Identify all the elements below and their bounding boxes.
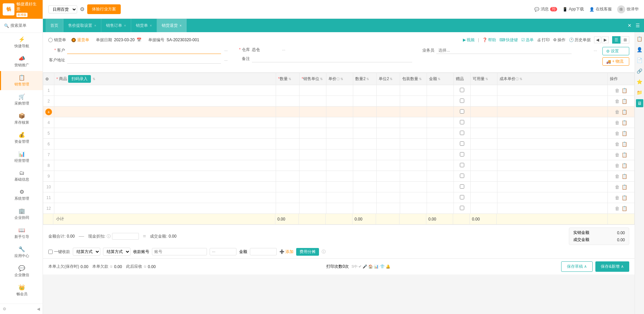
unit-sort-icon[interactable]: ⇅ [320,77,323,81]
sidebar-item-marketing[interactable]: 📣 营销推广 [0,52,43,71]
warehouse-dots[interactable]: ··· [282,48,285,52]
radio-return[interactable] [71,38,76,42]
copy-row-5[interactable]: 📋 [622,131,627,136]
discount-input[interactable] [112,233,139,240]
search-menu-button[interactable]: 🔍 搜索菜单 [3,21,40,30]
experience-btn[interactable]: 体验行业方案 [87,4,121,14]
rp-icon1[interactable]: 📋 [635,35,644,43]
print-link[interactable]: 🖨 打印 [537,37,550,43]
customer-dots[interactable]: ··· [224,48,228,53]
calendar-icon[interactable]: 📅 [137,38,142,42]
message-btn[interactable]: 💬 消息 70 [534,6,557,12]
sidebar-item-appstore[interactable]: 🔧 应用中心 [0,243,43,262]
sidebar-item-enterprise[interactable]: 🏢 企业协同 [0,204,43,224]
qty-sort-icon[interactable]: ⇅ [288,77,291,81]
sidebar-item-quick-nav[interactable]: ⚡ 快捷导航 [0,33,43,52]
account-input[interactable] [152,248,207,255]
gift-checkbox-7[interactable] [460,152,464,156]
sidebar-item-purchase[interactable]: 🛒 采购管理 [0,90,43,109]
fee-btn[interactable]: 费用分摊 [296,248,319,256]
topbar-settings-icon[interactable]: ⚙ [80,6,85,12]
copy-row-4[interactable]: 📋 [622,120,627,125]
discount-help-icon[interactable]: ⓘ [107,234,111,239]
gift-checkbox-2[interactable] [460,99,464,103]
copy-row-12[interactable]: 📋 [622,206,627,211]
sidebar-item-basics[interactable]: 🗂 基础信息 [0,167,43,185]
save-new-btn[interactable]: 保存&新增 ∧ [595,261,629,272]
tab-delivery[interactable]: 销货单 × [131,19,157,32]
settings-col-icon[interactable]: ⚙ [45,77,49,81]
gift-checkbox-6[interactable] [460,141,464,146]
tab-price-setup[interactable]: 售价提取设置 × [63,19,101,32]
delete-row-7[interactable]: 🗑 [615,152,620,158]
copy-row-9[interactable]: 📋 [622,174,627,179]
payment-checkbox[interactable] [48,250,53,254]
video-link[interactable]: ▶ 视频 [463,37,475,43]
delete-row-4[interactable]: 🗑 [615,120,620,125]
product-cell-3[interactable] [54,107,276,117]
tab-sales-order[interactable]: 销售订单 × [101,19,131,32]
payment-checkbox-label[interactable]: 一键收款 [48,249,70,255]
copy-row-2[interactable]: 📋 [622,99,627,104]
nav-prev-btn[interactable]: ◀ [594,37,601,43]
cost-sort-icon[interactable]: ⇅ [520,77,522,81]
gift-checkbox-4[interactable] [460,120,464,124]
copy-row-3[interactable]: 📋 [622,109,627,115]
delete-row-12[interactable]: 🗑 [615,206,620,211]
select-link[interactable]: ☑ 选单 [521,37,534,43]
sidebar-item-sales[interactable]: 📋 销售管理 [0,71,43,90]
salesperson-input[interactable] [436,47,572,54]
qty2-sort-icon[interactable]: ⇅ [366,77,369,81]
gift-checkbox-8[interactable] [460,163,464,167]
settlement-select[interactable]: 结算方式 [73,248,100,256]
copy-row-8[interactable]: 📋 [622,163,627,168]
save-draft-btn[interactable]: 保存草稿 ∧ [561,261,593,272]
delete-row-2[interactable]: 🗑 [615,99,620,104]
rp-icon3[interactable]: 📄 [635,56,644,64]
rp-icon7[interactable]: 🖥 [636,99,643,107]
sidebar-item-system[interactable]: ⚙ 系统管理 [0,185,43,204]
gift-checkbox-9[interactable] [460,174,464,178]
sidebar-collapse-icon[interactable]: ◀ [37,307,40,311]
nav-next-btn[interactable]: ▶ [602,37,609,43]
copy-row-7[interactable]: 📋 [622,152,627,158]
tabs-menu-btn[interactable]: ☰ [634,22,641,29]
delete-row-8[interactable]: 🗑 [615,163,620,168]
delete-row-9[interactable]: 🗑 [615,174,620,179]
unit2-sort-icon[interactable]: ⇅ [390,77,392,81]
copy-row-11[interactable]: 📋 [622,195,627,200]
copy-row-6[interactable]: 📋 [622,141,627,147]
sidebar-item-finance[interactable]: 💰 资金管理 [0,128,43,147]
pkg-sort-icon[interactable]: ⇅ [419,77,422,81]
delete-row-5[interactable]: 🗑 [615,131,620,136]
view-list-btn[interactable]: ☰ [612,36,621,44]
salesperson-dots[interactable]: ··· [594,48,597,53]
delete-row-10[interactable]: 🗑 [615,184,620,190]
radio-return-label[interactable]: 退货单 [71,37,89,43]
logistics-btn[interactable]: 🚚 + 物流 [602,57,629,66]
tab-home[interactable]: 首页 [46,19,63,32]
shortcut-link[interactable]: ⌨ 快捷键 [499,37,518,43]
radio-sales-label[interactable]: 销货单 [48,37,66,43]
help-link[interactable]: ❓ 帮助 [482,37,496,43]
delete-row-1[interactable]: 🗑 [615,88,620,93]
delete-row-11[interactable]: 🗑 [615,195,620,200]
tab-delivery-close[interactable]: × [150,24,152,27]
remark-input[interactable] [252,55,413,62]
copy-row-1[interactable]: 📋 [622,88,627,93]
sidebar-item-inventory[interactable]: 📦 库存核算 [0,109,43,128]
gift-checkbox-3[interactable] [460,109,464,114]
sidebar-item-operation[interactable]: 📊 经营管理 [0,147,43,167]
calc-method-select[interactable]: 结算方式 [103,248,130,256]
app-download-btn[interactable]: 📱 App下载 [562,6,584,12]
rp-icon2[interactable]: 👤 [635,46,644,54]
tab-price-setup-close[interactable]: × [94,24,96,27]
product-sort-icon[interactable]: ⇅ [93,77,95,81]
add-btn[interactable]: ➕ 添加 [279,249,293,255]
history-link[interactable]: 🕐 历史单据 [569,37,591,43]
gift-checkbox-1[interactable] [460,88,464,92]
delete-row-3[interactable]: 🗑 [615,109,620,115]
tab-return[interactable]: 销货退货 × [157,19,187,32]
view-grid-btn[interactable]: ⊞ [621,36,629,44]
sidebar-item-wechat[interactable]: 💬 企业微信 [0,262,43,281]
